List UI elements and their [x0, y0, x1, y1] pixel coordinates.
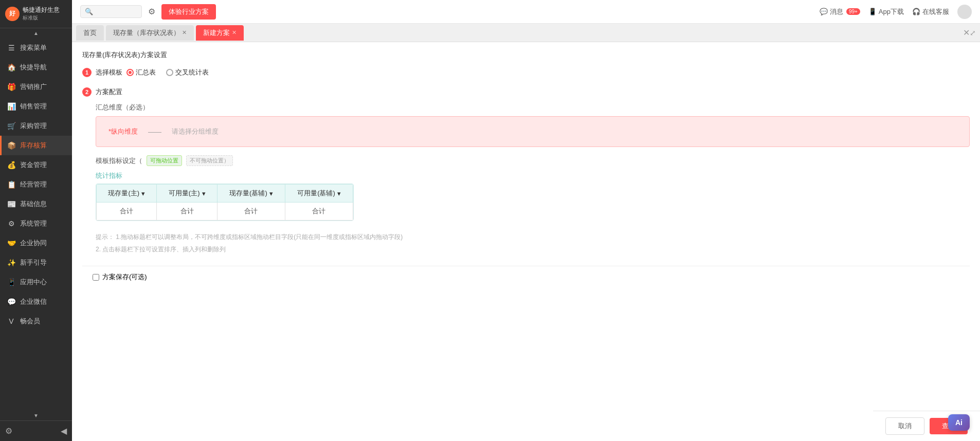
message-icon: 💬 [820, 8, 828, 15]
step2-badge: 2 [82, 87, 92, 97]
search-menu-icon: ☰ [7, 43, 16, 52]
radio-crosstab[interactable]: 交叉统计表 [166, 68, 209, 77]
topbar-left: 🔍 ⚙ 体验行业方案 [80, 4, 216, 20]
sidebar-item-inventory[interactable]: 📦 库存核算 [0, 136, 72, 155]
sidebar-item-enterprise[interactable]: 🤝 企业协同 [0, 233, 72, 253]
col-data-3: 合计 [217, 203, 285, 220]
sidebar-item-nav[interactable]: 🏠 快捷导航 [0, 58, 72, 77]
col-2-dropdown[interactable]: 可用量(主) ▾ [169, 189, 206, 198]
dimension-input-area[interactable]: *纵向维度 —— 请选择分组维度 [96, 116, 970, 147]
sidebar-item-basic[interactable]: 📰 基础信息 [0, 194, 72, 214]
save-checkbox[interactable] [93, 274, 99, 281]
topbar-search-bar[interactable]: 🔍 [80, 5, 142, 18]
col-1-dropdown[interactable]: 现存量(主) ▾ [108, 189, 145, 198]
tab-inventory-status-label: 现存量（库存状况表） [113, 28, 180, 38]
sidebar-item-member[interactable]: V 畅会员 [0, 311, 72, 331]
online-service-btn[interactable]: 🎧 在线客服 [912, 7, 949, 16]
tab-new-plan-close-icon[interactable]: ✕ [232, 29, 237, 36]
col-header-2[interactable]: 可用量(主) ▾ [157, 185, 217, 203]
sidebar-item-operation[interactable]: 📋 经营管理 [0, 175, 72, 194]
col-2-arrow: ▾ [202, 190, 206, 197]
money-icon: 💰 [7, 160, 16, 170]
sidebar-item-search-label: 搜索菜单 [20, 43, 47, 52]
sidebar-collapse-btn[interactable]: ◀ [61, 426, 67, 436]
tab-inventory-status[interactable]: 现存量（库存状况表） ✕ [106, 25, 194, 41]
sidebar-item-search[interactable]: ☰ 搜索菜单 [0, 38, 72, 58]
sidebar-item-sales-label: 销售管理 [20, 102, 47, 111]
ai-float-button[interactable]: Ai [948, 414, 970, 431]
stats-table-data-row: 合计 合计 合计 合计 [97, 203, 353, 220]
tab-close-panel-btn[interactable]: ✕ [963, 28, 970, 38]
draggable-tag: 可拖动位置 [147, 155, 182, 166]
app-icon: 📱 [868, 8, 877, 15]
template-radio-group: 汇总表 交叉统计表 [126, 68, 209, 77]
bottom-spacer [82, 288, 970, 319]
message-btn[interactable]: 💬 消息 99+ [820, 7, 860, 16]
col-header-1[interactable]: 现存量(主) ▾ [97, 185, 157, 203]
col-3-dropdown[interactable]: 现存量(基辅) ▾ [229, 189, 273, 198]
gift-icon: 🎁 [7, 82, 16, 91]
user-avatar[interactable] [957, 5, 972, 19]
col-data-1: 合计 [97, 203, 157, 220]
col-data-4: 合计 [285, 203, 353, 220]
radio-summary-dot [129, 71, 132, 74]
step1-header: 1 选择模板 汇总表 交叉统计表 [82, 68, 970, 77]
tab-expand-btn[interactable]: ⤢ [970, 29, 976, 37]
sidebar-item-marketing[interactable]: 🎁 营销推广 [0, 77, 72, 97]
sidebar-item-purchase[interactable]: 🛒 采购管理 [0, 116, 72, 136]
tab-new-plan-label: 新建方案 [203, 28, 230, 38]
chat-icon: 💬 [7, 297, 16, 306]
sidebar: 好 畅捷通好生意 标准版 ▲ ☰ 搜索菜单 🏠 快捷导航 🎁 营销推广 📊 销售… [0, 0, 72, 441]
radio-summary[interactable]: 汇总表 [126, 68, 156, 77]
sidebar-settings-btn[interactable]: ⚙ [5, 426, 12, 436]
sidebar-item-system[interactable]: ⚙ 系统管理 [0, 214, 72, 233]
gear-icon: ⚙ [7, 219, 16, 228]
sidebar-scroll-down[interactable]: ▼ [0, 411, 72, 420]
trial-industry-btn[interactable]: 体验行业方案 [161, 4, 216, 20]
col-4-dropdown[interactable]: 可用量(基辅) ▾ [297, 189, 341, 198]
sidebar-item-wechat[interactable]: 💬 企业微信 [0, 292, 72, 311]
sidebar-item-newbie[interactable]: ✨ 新手引导 [0, 253, 72, 272]
sidebar-item-marketing-label: 营销推广 [20, 82, 47, 91]
search-icon: 🔍 [85, 8, 93, 15]
radio-crosstab-circle [166, 69, 173, 76]
logo-text-area: 畅捷通好生意 标准版 [23, 6, 60, 22]
sidebar-item-member-label: 畅会员 [20, 317, 40, 326]
non-draggable-tag: 不可拖动位置） [186, 155, 233, 166]
col-header-3[interactable]: 现存量(基辅) ▾ [217, 185, 285, 203]
cart-icon: 🛒 [7, 121, 16, 131]
app-download-btn[interactable]: 📱 App下载 [868, 7, 904, 16]
content-inner: 现存量(库存状况表)方案设置 1 选择模板 汇总表 [72, 42, 980, 441]
sidebar-item-finance-label: 资金管理 [20, 160, 47, 170]
apps-icon: 📱 [7, 278, 16, 287]
tip-1: 提示： 1.拖动标题栏可以调整布局，不可跨维度或指标区域拖动栏目字段(只能在同一… [96, 231, 970, 243]
sidebar-item-finance[interactable]: 💰 资金管理 [0, 155, 72, 175]
member-icon: V [7, 317, 16, 326]
save-section: 方案保存(可选) [82, 266, 970, 288]
sidebar-item-apps[interactable]: 📱 应用中心 [0, 272, 72, 292]
tab-home[interactable]: 首页 [76, 25, 104, 41]
sidebar-item-apps-label: 应用中心 [20, 278, 47, 287]
app-download-label: App下载 [879, 7, 904, 16]
sidebar-scroll-up[interactable]: ▲ [0, 28, 72, 38]
sidebar-item-sales[interactable]: 📊 销售管理 [0, 97, 72, 116]
app-name: 畅捷通好生意 [23, 6, 60, 14]
col-2-label: 可用量(主) [169, 189, 200, 198]
step1-title: 选择模板 [96, 68, 122, 77]
newspaper-icon: 📰 [7, 199, 16, 209]
service-icon: 🎧 [912, 8, 920, 15]
sidebar-item-nav-label: 快捷导航 [20, 63, 47, 72]
save-label: 方案保存(可选) [102, 272, 147, 282]
col-header-4[interactable]: 可用量(基辅) ▾ [285, 185, 353, 203]
topbar-gear-btn[interactable]: ⚙ [148, 7, 155, 16]
col-3-label: 现存量(基辅) [229, 189, 267, 198]
tab-new-plan[interactable]: 新建方案 ✕ [196, 25, 244, 41]
tips-section: 提示： 1.拖动标题栏可以调整布局，不可跨维度或指标区域拖动栏目字段(只能在同一… [96, 231, 970, 255]
sidebar-item-operation-label: 经营管理 [20, 180, 47, 189]
handshake-icon: 🤝 [7, 238, 16, 248]
tab-inventory-close-icon[interactable]: ✕ [182, 29, 187, 36]
chart-icon: 📊 [7, 102, 16, 111]
cancel-button[interactable]: 取消 [885, 417, 924, 435]
dim-placeholder: 请选择分组维度 [172, 127, 219, 136]
sidebar-footer: ⚙ ◀ [0, 420, 72, 441]
